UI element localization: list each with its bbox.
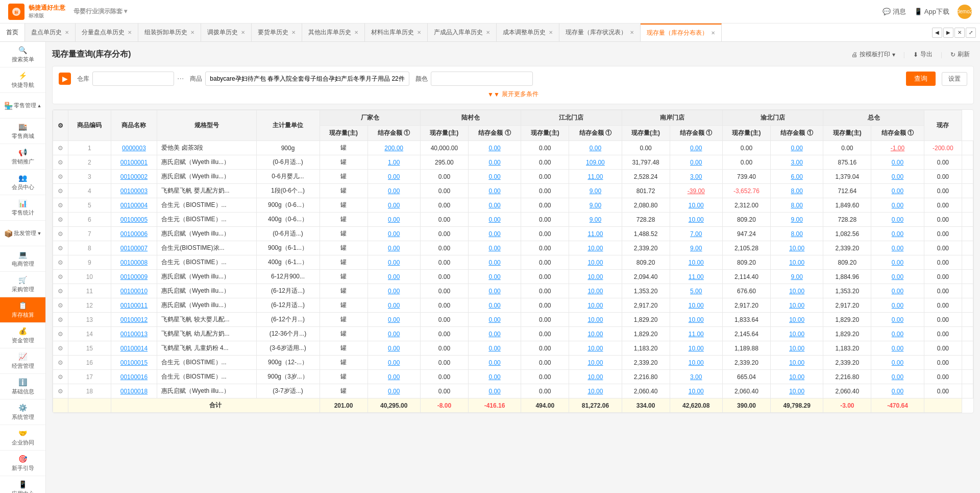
row-jb-qty[interactable]: 9.00 [569,213,622,227]
row-na-qty[interactable]: 10.00 [670,356,722,370]
row-gear[interactable]: ⚙ [53,284,68,298]
row-code[interactable]: 00100008 [111,255,157,270]
row-gear[interactable]: ⚙ [53,327,68,341]
row-yb-qty[interactable]: 10.00 [770,241,823,255]
row-lc-qty[interactable]: 0.00 [468,284,521,298]
row-yb-qty[interactable]: 10.00 [770,327,823,341]
goods-input[interactable] [205,72,409,86]
tab-outbound-other[interactable]: 其他出库单历史 ✕ [302,24,365,42]
row-jb-qty[interactable]: 10.00 [569,298,622,313]
row-lc-qty[interactable]: 0.00 [468,241,521,255]
row-na-qty[interactable]: 11.00 [670,327,722,341]
row-fc-qty[interactable]: 0.00 [368,313,420,327]
row-zc-qty[interactable]: 0.00 [871,356,924,370]
row-gear[interactable]: ⚙ [53,270,68,284]
row-code[interactable]: 00100016 [111,370,157,384]
row-lc-qty[interactable]: 0.00 [468,313,521,327]
app-download-btn[interactable]: 📱App下载 [914,7,949,16]
row-gear[interactable]: ⚙ [53,341,68,356]
tab-close-3[interactable]: ✕ [190,30,194,35]
row-yb-qty[interactable]: 3.00 [770,155,823,170]
row-na-qty[interactable]: 11.00 [670,270,722,284]
row-gear[interactable]: ⚙ [53,298,68,313]
row-fc-qty[interactable]: 0.00 [368,170,420,184]
row-yb-qty[interactable]: 8.00 [770,184,823,198]
row-zc-qty[interactable]: 0.00 [871,341,924,356]
row-fc-qty[interactable]: 0.00 [368,284,420,298]
row-jb-qty[interactable]: 10.00 [569,313,622,327]
row-lc-qty[interactable]: 0.00 [468,184,521,198]
row-fc-qty[interactable]: 0.00 [368,370,420,384]
row-lc-qty[interactable]: 0.00 [468,341,521,356]
row-fc-qty[interactable]: 0.00 [368,241,420,255]
tab-close-10[interactable]: ✕ [630,30,634,35]
row-code[interactable]: 00100015 [111,356,157,370]
row-lc-qty[interactable]: 0.00 [468,270,521,284]
tab-requisition[interactable]: 要货单历史 ✕ [252,24,302,42]
row-code[interactable]: 00100010 [111,284,157,298]
row-na-qty[interactable]: 0.00 [670,141,722,155]
row-zc-qty[interactable]: 0.00 [871,370,924,384]
row-code[interactable]: 00100003 [111,184,157,198]
tab-assembly[interactable]: 组装拆卸单历史 ✕ [138,24,201,42]
tab-inventory-count[interactable]: 盘点单历史 ✕ [25,24,76,42]
row-lc-qty[interactable]: 0.00 [468,198,521,213]
row-yb-qty[interactable]: 10.00 [770,313,823,327]
settings-btn[interactable]: 设置 [942,72,967,86]
row-fc-qty[interactable]: 0.00 [368,198,420,213]
row-jb-qty[interactable]: 9.00 [569,184,622,198]
sidebar-item-finance[interactable]: 💰 资金管理 [0,323,45,348]
row-na-qty[interactable]: 10.00 [670,341,722,356]
messages-btn[interactable]: 💬消息 [883,7,906,16]
row-na-qty[interactable]: 10.00 [670,198,722,213]
tab-close-2[interactable]: ✕ [128,30,132,35]
row-yb-qty[interactable]: 10.00 [770,341,823,356]
row-lc-qty[interactable]: 0.00 [468,327,521,341]
row-zc-qty[interactable]: 0.00 [871,241,924,255]
tab-close-7[interactable]: ✕ [417,30,421,35]
row-yb-qty[interactable]: 10.00 [770,255,823,270]
tab-close-1[interactable]: ✕ [65,30,69,35]
row-na-qty[interactable]: -39.00 [670,184,722,198]
tab-close-4[interactable]: ✕ [241,30,245,35]
row-gear[interactable]: ⚙ [53,155,68,170]
row-jb-qty[interactable]: 10.00 [569,327,622,341]
row-na-qty[interactable]: 7.00 [670,227,722,241]
row-code[interactable]: 00100001 [111,155,157,170]
row-lc-qty[interactable]: 0.00 [468,298,521,313]
row-gear[interactable]: ⚙ [53,227,68,241]
row-lc-qty[interactable]: 0.00 [468,141,521,155]
row-lc-qty[interactable]: 0.00 [468,155,521,170]
warehouse-input[interactable] [92,72,174,86]
sidebar-item-member[interactable]: 👥 会员中心 [0,170,45,195]
row-gear[interactable]: ⚙ [53,370,68,384]
row-yb-qty[interactable]: 6.00 [770,170,823,184]
sidebar-item-retail-mgmt[interactable]: 🏪 零售管理 ▲ [0,93,45,119]
row-code[interactable]: 00100005 [111,213,157,227]
row-code[interactable]: 00100007 [111,241,157,255]
row-jb-qty[interactable]: 10.00 [569,356,622,370]
row-zc-qty[interactable]: 0.00 [871,155,924,170]
tab-prev-btn[interactable]: ◀ [932,28,942,38]
row-zc-qty[interactable]: 0.00 [871,384,924,398]
tab-portion-count[interactable]: 分量盘点单历史 ✕ [76,24,138,42]
row-lc-qty[interactable]: 0.00 [468,356,521,370]
expand-more[interactable]: ▼▼ 展开更多条件 [59,90,967,99]
sidebar-item-ops[interactable]: 📈 经营管理 [0,348,45,374]
sidebar-item-retail-stats[interactable]: 📊 零售统计 [0,195,45,221]
tab-close-5[interactable]: ✕ [291,30,296,35]
row-yb-qty[interactable]: 10.00 [770,284,823,298]
row-code[interactable]: 00100009 [111,270,157,284]
row-gear[interactable]: ⚙ [53,384,68,398]
row-lc-qty[interactable]: 0.00 [468,170,521,184]
row-na-qty[interactable]: 3.00 [670,170,722,184]
tab-close-6[interactable]: ✕ [354,30,358,35]
row-zc-qty[interactable]: 0.00 [871,284,924,298]
row-code[interactable]: 00100011 [111,298,157,313]
row-na-qty[interactable]: 9.00 [670,241,722,255]
sidebar-item-system[interactable]: ⚙️ 系统管理 [0,400,45,425]
tab-close-8[interactable]: ✕ [486,30,490,35]
export-btn[interactable]: ⬇ 导出 [909,48,937,61]
row-code[interactable]: 00100013 [111,327,157,341]
row-code[interactable]: 00100018 [111,384,157,398]
